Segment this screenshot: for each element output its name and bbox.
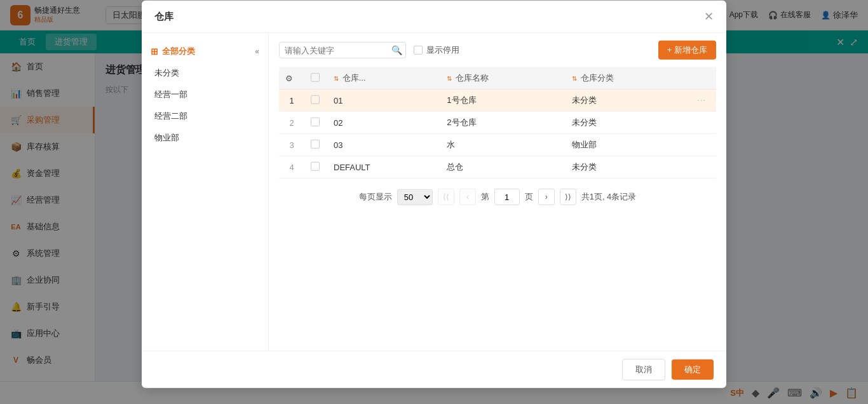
per-page-label: 每页显示 — [359, 191, 392, 203]
row-category: 未分类 — [566, 156, 691, 178]
row-name: 2号仓库 — [440, 111, 566, 133]
row-code: 03 — [327, 133, 440, 156]
show-disabled-text: 显示停用 — [426, 44, 459, 56]
modal-footer: 取消 确定 — [142, 351, 726, 388]
show-disabled-label[interactable]: 显示停用 — [414, 44, 459, 56]
more-dots-icon[interactable]: ··· — [697, 95, 705, 105]
category-item-dept1[interactable]: 经营一部 — [142, 84, 268, 105]
add-warehouse-button[interactable]: + 新增仓库 — [658, 41, 716, 60]
row-checkbox[interactable] — [311, 139, 320, 148]
category-header[interactable]: ⊞ 全部分类 « — [142, 41, 268, 62]
row-more: ··· — [691, 89, 716, 111]
cancel-button[interactable]: 取消 — [622, 359, 665, 380]
page-suffix: 页 — [525, 191, 533, 203]
row-code: 02 — [327, 111, 440, 133]
row-num: 1 — [279, 89, 304, 111]
col-name: ⇅ 仓库名称 — [440, 67, 566, 90]
search-input[interactable] — [285, 45, 391, 55]
confirm-button[interactable]: 确定 — [672, 360, 714, 380]
col-actions — [691, 67, 716, 90]
category-panel: ⊞ 全部分类 « 未分类 经营一部 经营二部 物业部 — [142, 33, 269, 351]
first-page-button[interactable]: ⟨⟨ — [438, 189, 454, 205]
row-category: 未分类 — [566, 111, 691, 133]
modal-body: ⊞ 全部分类 « 未分类 经营一部 经营二部 物业部 🔍 显示停用 + — [142, 33, 726, 351]
col-gear-icon[interactable]: ⚙ — [285, 73, 293, 83]
sort-name-icon: ⇅ — [447, 75, 452, 82]
row-checkbox-cell — [304, 133, 327, 156]
col-code: ⇅ 仓库... — [327, 67, 440, 90]
row-name: 水 — [440, 133, 566, 156]
row-more — [691, 133, 716, 156]
modal-close-button[interactable]: ✕ — [704, 10, 714, 24]
row-num: 4 — [279, 156, 304, 178]
row-num: 2 — [279, 111, 304, 133]
row-name: 总仓 — [440, 156, 566, 178]
row-code: 01 — [327, 89, 440, 111]
row-category: 未分类 — [566, 89, 691, 111]
page-label: 第 — [481, 191, 489, 203]
table-row[interactable]: 2 02 2号仓库 未分类 — [279, 111, 716, 133]
collapse-icon[interactable]: « — [255, 47, 259, 56]
modal-title: 仓库 — [154, 10, 173, 22]
select-all-checkbox[interactable] — [311, 72, 320, 81]
row-more — [691, 111, 716, 133]
category-item-unclassified[interactable]: 未分类 — [142, 62, 268, 84]
search-box: 🔍 — [279, 42, 406, 58]
row-checkbox[interactable] — [311, 161, 320, 170]
page-number-input[interactable] — [494, 189, 520, 205]
row-checkbox[interactable] — [311, 117, 320, 126]
table-row[interactable]: 4 DEFAULT 总仓 未分类 — [279, 156, 716, 178]
row-checkbox-cell — [304, 111, 327, 133]
row-checkbox-cell — [304, 156, 327, 178]
category-item-property[interactable]: 物业部 — [142, 127, 268, 149]
table-row[interactable]: 3 03 水 物业部 — [279, 133, 716, 156]
table-panel: 🔍 显示停用 + 新增仓库 ⚙ — [269, 33, 726, 351]
row-code: DEFAULT — [327, 156, 440, 178]
col-gear: ⚙ — [279, 67, 304, 90]
table-row[interactable]: 1 01 1号仓库 未分类 ··· — [279, 89, 716, 111]
modal-header: 仓库 ✕ — [142, 1, 726, 33]
next-page-button[interactable]: › — [538, 189, 555, 205]
row-more — [691, 156, 716, 178]
search-icon[interactable]: 🔍 — [391, 45, 402, 55]
col-checkbox — [304, 67, 327, 90]
category-item-dept2[interactable]: 经营二部 — [142, 105, 268, 127]
show-disabled-checkbox[interactable] — [414, 46, 423, 55]
sort-code-icon: ⇅ — [334, 75, 339, 82]
sort-cat-icon: ⇅ — [572, 75, 577, 82]
prev-page-button[interactable]: ‹ — [459, 189, 476, 205]
table-toolbar: 🔍 显示停用 + 新增仓库 — [279, 41, 716, 60]
pagination: 每页显示 50 10 20 100 ⟨⟨ ‹ 第 页 › ⟩⟩ 共1页, 4条记… — [279, 189, 716, 205]
row-checkbox[interactable] — [311, 95, 320, 104]
row-num: 3 — [279, 133, 304, 156]
grid-icon: ⊞ — [151, 46, 158, 57]
total-label: 共1页, 4条记录 — [581, 191, 637, 203]
table-header-row: ⚙ ⇅ 仓库... ⇅ 仓库名称 — [279, 67, 716, 90]
warehouse-table: ⚙ ⇅ 仓库... ⇅ 仓库名称 — [279, 67, 716, 178]
category-header-label: 全部分类 — [162, 46, 195, 57]
warehouse-modal: 仓库 ✕ ⊞ 全部分类 « 未分类 经营一部 经营二部 物业部 🔍 — [142, 1, 726, 388]
row-name: 1号仓库 — [440, 89, 566, 111]
per-page-select[interactable]: 50 10 20 100 — [397, 189, 433, 205]
last-page-button[interactable]: ⟩⟩ — [560, 189, 576, 205]
col-category: ⇅ 仓库分类 — [566, 67, 691, 90]
row-checkbox-cell — [304, 89, 327, 111]
row-category: 物业部 — [566, 133, 691, 156]
